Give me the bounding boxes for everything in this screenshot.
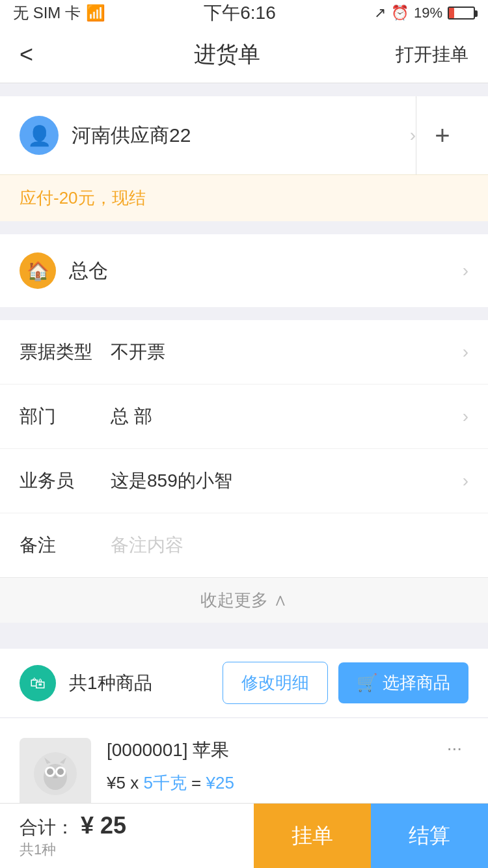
salesman-value: 这是859的小智 [98, 468, 456, 493]
form-section: 票据类型 不开票 › 部门 总 部 › 业务员 这是859的小智 › 备注 备注… [0, 320, 488, 577]
checkout-button[interactable]: 结算 [371, 804, 488, 869]
notice-bar: 应付-20元，现结 [0, 174, 488, 221]
invoice-type-chevron-icon: › [463, 342, 468, 362]
product-thumbnail [20, 738, 91, 809]
status-time: 下午6:16 [204, 1, 276, 25]
warehouse-name: 总仓 [69, 258, 456, 284]
remark-label: 备注 [20, 533, 98, 558]
department-label: 部门 [20, 404, 98, 429]
wifi-icon: 📶 [86, 4, 105, 22]
product-price: ¥5 x 5千克 = ¥25 [107, 772, 441, 794]
add-supplier-button[interactable]: + [416, 121, 468, 150]
alarm-icon: ⏰ [391, 5, 409, 21]
remark-input[interactable]: 备注内容 [98, 533, 468, 558]
total-area: 合计： ¥ 25 共1种 [0, 812, 254, 860]
status-bar: 无 SIM 卡 📶 下午6:16 ↗ ⏰ 19% [0, 0, 488, 26]
open-hang-button[interactable]: 打开挂单 [396, 42, 468, 67]
product-info: [0000001] 苹果 ¥5 x 5千克 = ¥25 [107, 738, 441, 794]
invoice-type-label: 票据类型 [20, 340, 98, 364]
warehouse-icon: 🏠 [20, 252, 56, 289]
product-toolbar: 🛍 共1种商品 修改明细 🛒 选择商品 [0, 649, 488, 717]
department-row[interactable]: 部门 总 部 › [0, 385, 488, 449]
salesman-label: 业务员 [20, 468, 98, 493]
product-title: 苹果 [193, 740, 229, 760]
salesman-row[interactable]: 业务员 这是859的小智 › [0, 449, 488, 513]
invoice-type-value: 不开票 [98, 340, 456, 364]
product-unit-price: ¥5 x [107, 773, 143, 793]
gap1 [0, 83, 488, 96]
select-product-label: 选择商品 [383, 671, 450, 694]
product-count-label: 共1种商品 [69, 671, 223, 696]
product-total-price: ¥25 [206, 773, 234, 793]
carrier-text: 无 SIM 卡 [13, 3, 81, 23]
department-value: 总 部 [98, 404, 456, 429]
supplier-chevron-icon: › [410, 125, 416, 146]
modify-detail-button[interactable]: 修改明细 [223, 662, 328, 704]
salesman-chevron-icon: › [463, 470, 468, 491]
total-main: 合计： ¥ 25 [20, 812, 234, 840]
status-left: 无 SIM 卡 📶 [13, 3, 105, 23]
collapse-button[interactable]: 收起更多 ∧ [0, 577, 488, 623]
battery-fill [449, 8, 454, 18]
nav-bar: < 进货单 打开挂单 [0, 26, 488, 83]
location-icon: ↗ [374, 5, 386, 21]
svg-point-5 [57, 768, 64, 775]
product-code: [0000001] [107, 740, 188, 760]
total-label: 合计： [20, 815, 74, 840]
svg-point-4 [47, 768, 53, 775]
product-name: [0000001] 苹果 [107, 738, 441, 763]
cart-icon: 🛒 [357, 673, 377, 693]
remark-row[interactable]: 备注 备注内容 [0, 513, 488, 577]
warehouse-inner: 🏠 总仓 › [20, 234, 468, 307]
bottom-bar: 合计： ¥ 25 共1种 挂单 结算 [0, 803, 488, 868]
page-title: 进货单 [194, 40, 260, 70]
warehouse-chevron-icon: › [463, 260, 468, 281]
gap3 [0, 623, 488, 636]
total-sub: 共1种 [20, 840, 234, 860]
status-right: ↗ ⏰ 19% [374, 5, 475, 21]
supplier-section: 👤 河南供应商22 › + [0, 96, 488, 174]
owl-logo-icon [33, 751, 78, 796]
product-equal: = [187, 773, 206, 793]
supplier-avatar: 👤 [20, 116, 59, 155]
total-amount: ¥ 25 [81, 812, 126, 839]
back-button[interactable]: < [20, 41, 59, 68]
supplier-name: 河南供应商22 [72, 122, 403, 149]
product-more-button[interactable]: ··· [441, 738, 468, 759]
department-chevron-icon: › [463, 406, 468, 427]
product-bag-icon: 🛍 [20, 665, 56, 701]
select-product-button[interactable]: 🛒 选择商品 [338, 662, 468, 703]
battery-text: 19% [414, 5, 442, 21]
gap2 [0, 221, 488, 234]
product-qty: 5千克 [143, 773, 186, 793]
invoice-type-row[interactable]: 票据类型 不开票 › [0, 320, 488, 385]
hang-order-button[interactable]: 挂单 [254, 804, 371, 869]
warehouse-section[interactable]: 🏠 总仓 › [0, 234, 488, 307]
supplier-main[interactable]: 👤 河南供应商22 › [20, 96, 416, 174]
battery-icon [448, 7, 475, 20]
